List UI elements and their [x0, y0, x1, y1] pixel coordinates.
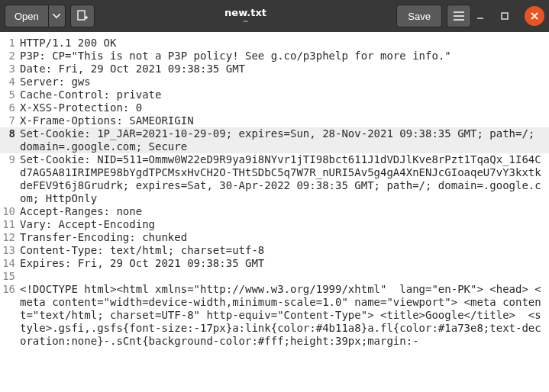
svg-rect-0	[78, 11, 85, 20]
editor-line[interactable]: 11Vary: Accept-Encoding	[0, 218, 549, 231]
line-number: 5	[0, 88, 20, 101]
close-icon	[531, 12, 538, 20]
line-number: 7	[0, 114, 20, 127]
line-number: 10	[0, 205, 20, 218]
maximize-icon	[500, 11, 520, 21]
editor-line[interactable]: 2P3P: CP="This is not a P3P policy! See …	[0, 50, 549, 63]
line-text: X-XSS-Protection: 0	[20, 101, 145, 114]
line-text: Cache-Control: private	[20, 88, 164, 101]
close-button[interactable]	[525, 6, 544, 26]
line-number: 9	[0, 153, 20, 166]
line-text: <!DOCTYPE html><html xmlns="http://www.w…	[20, 283, 549, 348]
editor-line[interactable]: 4Server: gws	[0, 76, 549, 88]
save-button-label: Save	[408, 11, 431, 22]
editor-line[interactable]: 16<!DOCTYPE html><html xmlns="http://www…	[0, 283, 549, 348]
hamburger-menu-button[interactable]	[447, 5, 471, 27]
editor-line[interactable]: 10Accept-Ranges: none	[0, 205, 549, 218]
editor-line[interactable]: 6X-XSS-Protection: 0	[0, 101, 549, 114]
line-text: Vary: Accept-Encoding	[20, 218, 158, 231]
open-button-label: Open	[15, 11, 39, 22]
minimize-button[interactable]	[476, 6, 496, 26]
line-text: P3P: CP="This is not a P3P policy! See g…	[20, 50, 454, 63]
line-number: 11	[0, 218, 20, 231]
line-text: Set-Cookie: NID=511=Ommw0W22eD9R9ya9i8NY…	[20, 153, 549, 205]
line-text: X-Frame-Options: SAMEORIGIN	[20, 114, 197, 127]
new-tab-button[interactable]	[70, 5, 95, 27]
document-title: new.txt	[224, 7, 266, 18]
editor-line[interactable]: 8Set-Cookie: 1P_JAR=2021-10-29-09; expir…	[0, 127, 549, 153]
line-number: 16	[0, 283, 20, 296]
editor-line[interactable]: 3Date: Fri, 29 Oct 2021 09:38:35 GMT	[0, 63, 549, 76]
line-number: 3	[0, 63, 20, 76]
chevron-down-icon	[53, 14, 60, 18]
editor-line[interactable]: 12Transfer-Encoding: chunked	[0, 231, 549, 244]
title-area: new.txt ~	[99, 7, 392, 26]
line-number: 2	[0, 50, 20, 63]
line-number: 14	[0, 257, 20, 270]
header-bar: Open new.txt ~ Save	[0, 0, 549, 32]
maximize-button[interactable]	[500, 6, 520, 26]
minimize-icon	[476, 11, 496, 21]
editor-line[interactable]: 9Set-Cookie: NID=511=Ommw0W22eD9R9ya9i8N…	[0, 153, 549, 205]
line-text: HTTP/1.1 200 OK	[20, 37, 119, 50]
line-number: 1	[0, 37, 20, 50]
editor-line[interactable]: 15	[0, 270, 549, 283]
new-document-icon	[77, 10, 88, 22]
svg-rect-7	[502, 13, 508, 19]
line-number: 13	[0, 244, 20, 257]
line-number: 6	[0, 101, 20, 114]
editor-line[interactable]: 14Expires: Fri, 29 Oct 2021 09:38:35 GMT	[0, 257, 549, 270]
line-number: 12	[0, 231, 20, 244]
line-text: Server: gws	[20, 76, 94, 88]
open-button[interactable]: Open	[5, 5, 49, 27]
line-text: Content-Type: text/html; charset=utf-8	[20, 244, 267, 257]
line-text: Expires: Fri, 29 Oct 2021 09:38:35 GMT	[20, 257, 267, 270]
editor-line[interactable]: 7X-Frame-Options: SAMEORIGIN	[0, 114, 549, 127]
line-number: 4	[0, 76, 20, 88]
hamburger-icon	[454, 11, 464, 21]
text-editor-area[interactable]: 1HTTP/1.1 200 OK2P3P: CP="This is not a …	[0, 32, 549, 392]
open-dropdown-button[interactable]	[49, 5, 66, 27]
document-path: ~	[242, 18, 248, 26]
line-text: Transfer-Encoding: chunked	[20, 231, 190, 244]
line-text: Date: Fri, 29 Oct 2021 09:38:35 GMT	[20, 63, 248, 76]
line-text: Set-Cookie: 1P_JAR=2021-10-29-09; expire…	[20, 127, 549, 153]
line-number: 15	[0, 270, 20, 283]
save-button[interactable]: Save	[396, 5, 442, 27]
line-text: Accept-Ranges: none	[20, 205, 145, 218]
line-number: 8	[0, 127, 20, 140]
editor-line[interactable]: 13Content-Type: text/html; charset=utf-8	[0, 244, 549, 257]
editor-line[interactable]: 1HTTP/1.1 200 OK	[0, 37, 549, 50]
editor-line[interactable]: 5Cache-Control: private	[0, 88, 549, 101]
